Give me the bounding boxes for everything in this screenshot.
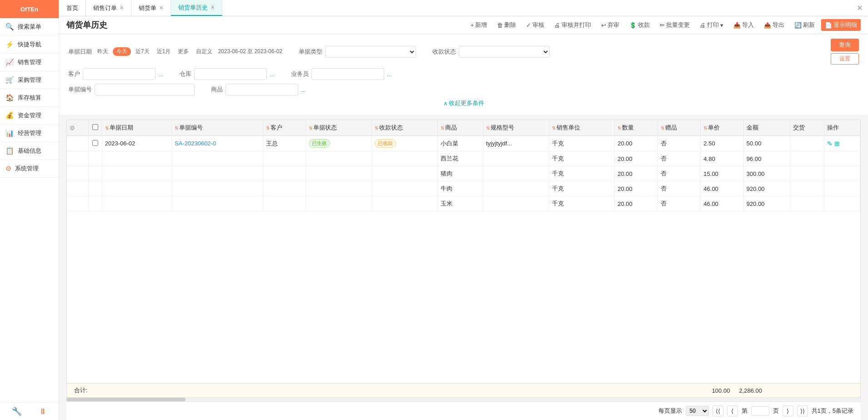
sidebar-item-ops-mgmt[interactable]: 📊 经营管理 <box>0 125 59 142</box>
export-button[interactable]: 📤 导出 <box>760 19 788 31</box>
customer-input[interactable] <box>83 68 156 80</box>
settings-bottom-btn[interactable]: 🔧 <box>12 406 22 416</box>
row-spec-type: tyjyjtyjdf... <box>483 136 549 151</box>
sidebar-item-purchase-mgmt[interactable]: 🛒 采购管理 <box>0 71 59 89</box>
next-page-btn[interactable]: ⟩ <box>783 405 793 416</box>
th-sales-unit[interactable]: ⇅销售单位 <box>549 120 615 136</box>
import-button[interactable]: 📥 导入 <box>730 19 758 31</box>
warehouse-label: 仓库 <box>180 70 191 78</box>
th-collect-status[interactable]: ⇅收款状态 <box>372 120 438 136</box>
tab-home[interactable]: 首页 <box>59 0 86 16</box>
close-sales-goods-icon[interactable]: ✕ <box>159 5 163 11</box>
sidebar-item-basic-info[interactable]: 📋 基础信息 <box>0 142 59 160</box>
sidebar-item-finance-mgmt[interactable]: 💰 资金管理 <box>0 107 59 125</box>
close-sales-order-icon[interactable]: ✕ <box>120 5 124 11</box>
row-amount: 920.00 <box>743 181 790 196</box>
warehouse-input[interactable] <box>194 68 267 80</box>
page-size-select[interactable]: 50 10 20 100 <box>686 406 709 416</box>
salesperson-input[interactable] <box>311 68 384 80</box>
show-details-button[interactable]: 📄 显示明细 <box>821 19 861 31</box>
tab-sales-order[interactable]: 销售订单 ✕ <box>86 0 131 16</box>
close-sales-goods-history-icon[interactable]: ✕ <box>211 5 215 10</box>
show-details-icon: 📄 <box>825 22 832 29</box>
th-doc-date[interactable]: ⇅单据日期 <box>102 120 171 136</box>
doc-number-link[interactable]: SA-20230602-0 <box>175 140 216 147</box>
filter-customer-group: 客户 ... <box>68 68 163 80</box>
date-btn-more[interactable]: 更多 <box>175 47 191 56</box>
collect-button[interactable]: 💲 收款 <box>626 19 653 31</box>
row-select-checkbox[interactable] <box>92 140 98 146</box>
sidebar-item-system-mgmt[interactable]: ⚙ 系统管理 <box>0 160 59 178</box>
salesperson-ellipsis-btn[interactable]: ... <box>387 71 392 78</box>
warehouse-ellipsis-btn[interactable]: ... <box>270 71 275 78</box>
delete-button[interactable]: 🗑 删除 <box>493 19 520 31</box>
date-btn-1month[interactable]: 近1月 <box>154 47 174 56</box>
row-edit-icon[interactable]: ✎ <box>827 140 833 147</box>
sidebar-item-inventory-calc[interactable]: 🏠 库存核算 <box>0 89 59 107</box>
select-all-checkbox[interactable] <box>92 124 98 130</box>
first-page-btn[interactable]: ⟨⟨ <box>712 405 723 416</box>
row-sales-unit: 千克 <box>549 181 615 196</box>
table-row: 2023-06-02 SA-20230602-0 王总 已生效 已收款 小白菜 … <box>67 136 860 151</box>
row-transaction <box>790 166 824 181</box>
row-unit-price: 46.00 <box>701 181 744 196</box>
th-spec-type[interactable]: ⇅规格型号 <box>483 120 549 136</box>
print-button[interactable]: 🖨 打印 ▾ <box>696 19 727 31</box>
goods-input[interactable] <box>226 84 298 95</box>
doc-number-input[interactable] <box>95 84 195 95</box>
date-range: 2023-06-02 至 2023-06-02 <box>218 48 282 55</box>
tab-sales-goods-history[interactable]: 销货单历史 ✕ <box>171 0 222 16</box>
setup-button[interactable]: 设置 <box>831 53 859 65</box>
row-settings <box>67 196 88 211</box>
th-customer[interactable]: ⇅客户 <box>263 120 306 136</box>
th-unit-price[interactable]: ⇅单价 <box>701 120 744 136</box>
query-button[interactable]: 查询 <box>831 39 859 51</box>
th-doc-status[interactable]: ⇅单据状态 <box>306 120 372 136</box>
audit-button[interactable]: ✓ 审核 <box>522 19 548 31</box>
row-doc-number: SA-20230602-0 <box>172 136 263 151</box>
sidebar-item-quick-nav[interactable]: ⚡ 快捷导航 <box>0 36 59 54</box>
row-copy-icon[interactable]: ⊞ <box>834 140 840 147</box>
sort-icon: ⇅ <box>703 125 707 130</box>
row-goods: 小白菜 <box>437 136 483 151</box>
row-doc-status <box>306 196 372 211</box>
customer-ellipsis-btn[interactable]: ... <box>158 71 163 78</box>
audit-print-button[interactable]: 🖨 审核并打印 <box>551 19 595 31</box>
goods-ellipsis-btn[interactable]: ... <box>301 86 306 93</box>
horizontal-scrollbar[interactable] <box>66 398 861 401</box>
add-button[interactable]: + 新增 <box>467 19 491 31</box>
tab-sales-goods[interactable]: 销货单 ✕ <box>131 0 171 16</box>
collapse-btn[interactable]: ∧ 收起更多条件 <box>443 99 484 107</box>
sidebar-item-label: 经营管理 <box>18 129 41 137</box>
date-btn-custom[interactable]: 自定义 <box>193 47 215 56</box>
date-btn-today[interactable]: 今天 <box>113 47 131 56</box>
doc-type-select[interactable] <box>325 46 416 58</box>
batch-change-button[interactable]: ✏ 批量变更 <box>656 19 693 31</box>
th-gift[interactable]: ⇅赠品 <box>657 120 701 136</box>
scrollbar-thumb[interactable] <box>66 398 186 401</box>
last-page-btn[interactable]: ⟩⟩ <box>797 405 808 416</box>
sidebar-item-search-menu[interactable]: 🔍 搜索菜单 <box>0 18 59 36</box>
collect-status-select[interactable] <box>459 46 550 58</box>
th-quantity[interactable]: ⇅数量 <box>615 120 658 136</box>
table-row: 猪肉 千克 20.00 否 15.00 300.00 <box>67 166 860 181</box>
close-all-tabs-btn[interactable]: ✕ <box>851 4 868 12</box>
date-btn-yesterday[interactable]: 昨天 <box>95 47 111 56</box>
settings-icon[interactable]: ⚙ <box>70 125 75 131</box>
th-doc-number[interactable]: ⇅单据编号 <box>172 120 263 136</box>
abandon-button[interactable]: ↩ 弃审 <box>597 19 623 31</box>
row-doc-number <box>172 166 263 181</box>
sidebar-item-sales-mgmt[interactable]: 📈 销售管理 <box>0 54 59 71</box>
row-quantity: 20.00 <box>615 181 658 196</box>
row-doc-number <box>172 181 263 196</box>
pause-bottom-btn[interactable]: ⏸ <box>39 407 47 416</box>
sort-icon: ⇅ <box>309 125 312 130</box>
prev-page-btn[interactable]: ⟨ <box>727 405 738 416</box>
th-settings[interactable]: ⚙ <box>67 120 88 136</box>
page-number-input[interactable]: 1 <box>751 406 769 415</box>
filter-area: 单据日期 昨天 今天 近7天 近1月 更多 自定义 2023-06-02 至 2… <box>59 34 868 116</box>
th-goods[interactable]: ⇅商品 <box>437 120 483 136</box>
date-btn-7days[interactable]: 近7天 <box>133 47 152 56</box>
brand-label: OfTEn <box>20 6 38 13</box>
refresh-button[interactable]: 🔄 刷新 <box>791 19 818 31</box>
